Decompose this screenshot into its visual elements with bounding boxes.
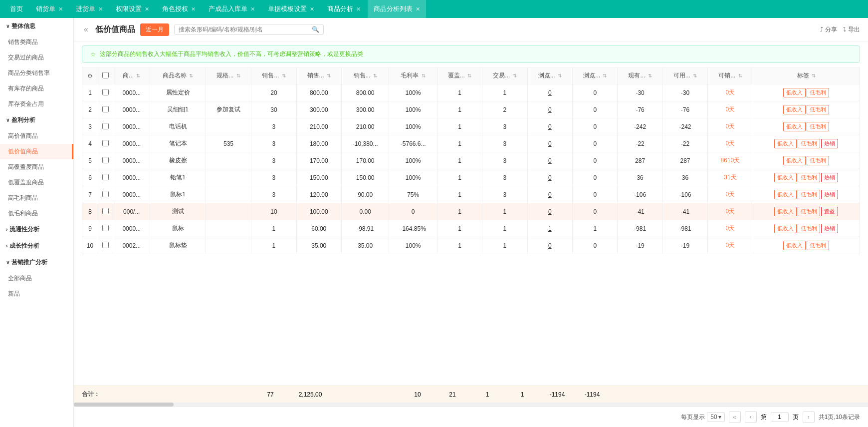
browse-link[interactable]: 0 [548, 242, 552, 249]
cell-code: 0000... [113, 101, 150, 118]
row-checkbox[interactable] [102, 89, 109, 95]
page-label-2: 页 [793, 413, 799, 422]
nav-template[interactable]: 单据模板设置 ✕ [262, 0, 320, 18]
sidebar-item-new-goods[interactable]: 新品 [0, 286, 73, 302]
nav-goods-analysis[interactable]: 商品分析 ✕ [321, 0, 367, 18]
sidebar-group-marketing[interactable]: ∨ 营销推广分析 [0, 254, 73, 271]
sidebar-item-low-value[interactable]: 低价值商品 [0, 144, 73, 159]
search-icon[interactable]: 🔍 [312, 26, 319, 33]
sidebar-item-stock-goods[interactable]: 有库存的商品 [0, 81, 73, 96]
cell-tags: 低收入低毛利热销 [753, 220, 860, 237]
row-checkbox[interactable] [102, 106, 109, 112]
sidebar-item-all-goods[interactable]: 全部商品 [0, 271, 73, 286]
page-number-input[interactable] [771, 412, 789, 422]
browse-link[interactable]: 0 [548, 123, 552, 130]
export-icon: ⤵ [843, 26, 846, 33]
close-icon[interactable]: ✕ [250, 6, 255, 12]
cell-code: 0000... [113, 220, 150, 237]
cell-browse2: 0 [573, 152, 618, 169]
browse-link[interactable]: 1 [548, 225, 552, 232]
cell-coverage: 1 [437, 135, 482, 152]
sidebar-item-high-margin[interactable]: 高毛利商品 [0, 190, 73, 206]
nav-sales[interactable]: 销货单 ✕ [30, 0, 69, 18]
table-footer: 合计： 77 2,125.00 10 21 1 1 -1194 -1194 [74, 386, 868, 403]
cell-code: 0000... [113, 186, 150, 203]
sidebar-item-low-coverage[interactable]: 低覆盖度商品 [0, 175, 73, 190]
row-checkbox[interactable] [102, 242, 109, 248]
sidebar-item-category-sales-rate[interactable]: 商品分类销售率 [0, 65, 73, 81]
nav-purchase[interactable]: 进货单 ✕ [70, 0, 109, 18]
sidebar-item-low-margin[interactable]: 低毛利商品 [0, 206, 73, 221]
cell-browse1: 0 [527, 169, 572, 186]
browse-link[interactable]: 0 [548, 174, 552, 181]
sidebar-item-high-coverage[interactable]: 高覆盖度商品 [0, 159, 73, 175]
close-icon[interactable]: ✕ [98, 6, 103, 12]
close-icon[interactable]: ✕ [58, 6, 63, 12]
cell-no: 3 [82, 118, 98, 135]
sidebar-item-stock-capital[interactable]: 库存资金占用 [0, 96, 73, 112]
page-first-btn[interactable]: « [729, 411, 741, 423]
page-size-box[interactable]: 50 ▾ [707, 412, 724, 422]
sidebar-group-flow[interactable]: › 流通性分析 [0, 221, 73, 238]
share-button[interactable]: ⤴ 分享 [820, 25, 837, 34]
export-button[interactable]: ⤵ 导出 [843, 25, 860, 34]
browse-link[interactable]: 0 [548, 208, 552, 215]
row-checkbox[interactable] [102, 123, 109, 129]
sidebar-item-high-value[interactable]: 高价值商品 [0, 128, 73, 144]
cell-current-stock: -30 [618, 84, 662, 101]
tag: 低收入 [783, 122, 806, 131]
close-icon[interactable]: ✕ [416, 6, 420, 12]
tag: 低收入 [774, 207, 797, 216]
cell-code: 0000... [113, 135, 150, 152]
sidebar-group-profit[interactable]: ∨ 盈利分析 [0, 112, 73, 128]
select-all-checkbox[interactable] [102, 72, 109, 78]
row-checkbox[interactable] [102, 174, 109, 180]
sidebar-group-growth[interactable]: › 成长性分析 [0, 238, 73, 254]
cell-tags: 低收入低毛利 [753, 237, 860, 254]
th-transaction: 交易... ⇅ [482, 67, 527, 84]
cell-sales-amount: 35.00 [341, 237, 389, 254]
close-icon[interactable]: ✕ [356, 6, 361, 12]
cell-coverage: 1 [437, 101, 482, 118]
browse-link[interactable]: 0 [548, 140, 552, 147]
tab-recent-month[interactable]: 近一月 [140, 23, 169, 36]
cell-name: 测试 [150, 203, 206, 220]
browse-link[interactable]: 0 [548, 157, 552, 164]
search-input[interactable] [179, 26, 309, 33]
th-checkbox [98, 67, 113, 84]
row-checkbox[interactable] [102, 157, 109, 163]
sidebar-item-traded-goods[interactable]: 交易过的商品 [0, 50, 73, 65]
nav-perm-setting[interactable]: 权限设置 ✕ [110, 0, 155, 18]
row-checkbox[interactable] [102, 225, 109, 231]
nav-home[interactable]: 首页 [4, 0, 29, 18]
cell-tags: 低收入低毛利热销 [753, 169, 860, 186]
browse-link[interactable]: 0 [548, 106, 552, 113]
cell-checkbox [98, 152, 113, 169]
browse-link[interactable]: 0 [548, 89, 552, 96]
horizontal-scrollbar[interactable] [74, 403, 868, 407]
th-settings[interactable]: ⚙ [82, 67, 98, 84]
close-icon[interactable]: ✕ [310, 6, 314, 12]
page-title: 低价值商品 [95, 24, 135, 35]
cell-no: 9 [82, 220, 98, 237]
cell-coverage: 1 [437, 118, 482, 135]
row-checkbox[interactable] [102, 208, 109, 214]
nav-goods-analysis-list[interactable]: 商品分析列表 ✕ [368, 0, 426, 18]
table-container: ⚙ 商... ⇅ 商品名称 ⇅ 规格... ⇅ 销售... ⇅ 销售... ⇅ … [74, 67, 868, 386]
row-checkbox[interactable] [102, 191, 109, 197]
page-next-btn[interactable]: › [803, 411, 815, 423]
sidebar-item-sales-goods[interactable]: 销售类商品 [0, 34, 73, 50]
row-checkbox[interactable] [102, 140, 109, 146]
close-icon[interactable]: ✕ [191, 6, 196, 12]
sidebar-group-overall[interactable]: ∨ 整体信息 [0, 18, 73, 34]
nav-product-entry[interactable]: 产成品入库单 ✕ [203, 0, 261, 18]
cell-current-stock: 36 [618, 169, 662, 186]
cell-sales-amount: -10,380... [341, 135, 389, 152]
collapse-sidebar-btn[interactable]: « [82, 23, 90, 36]
page-prev-btn[interactable]: ‹ [745, 411, 757, 423]
nav-role-auth[interactable]: 角色授权 ✕ [156, 0, 202, 18]
footer-sales-price: 2,125.00 [290, 391, 330, 398]
close-icon[interactable]: ✕ [145, 6, 149, 12]
browse-link[interactable]: 0 [548, 191, 552, 198]
pagination-bar: 每页显示 50 ▾ « ‹ 第 页 › 共1页,10条记录 [74, 407, 868, 427]
